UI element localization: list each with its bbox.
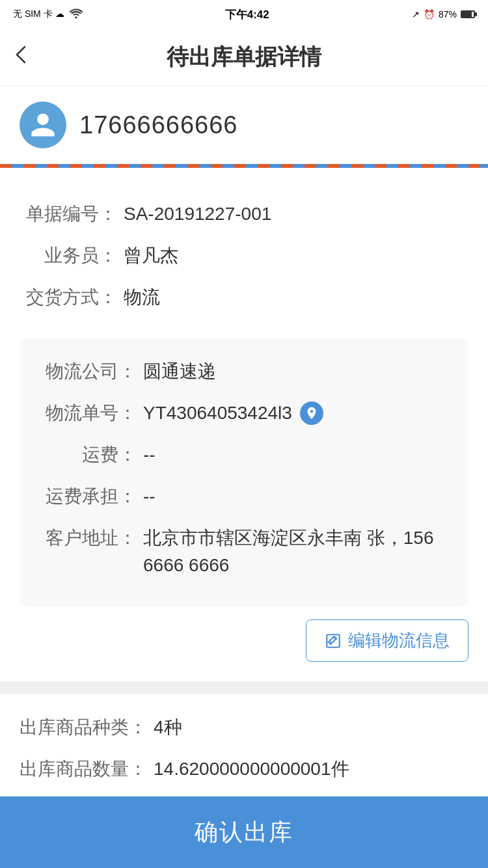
logistics-company-label: 物流公司： xyxy=(39,358,143,385)
goods-types-value: 4种 xyxy=(154,714,468,741)
sales-person-label: 业务员： xyxy=(20,242,124,269)
dashed-separator xyxy=(0,164,488,168)
page-title: 待出库单据详情 xyxy=(167,42,321,72)
customer-header: 17666666666 xyxy=(0,86,488,164)
avatar xyxy=(20,102,66,148)
goods-quantity-label: 出库商品数量： xyxy=(20,755,154,783)
freight-label: 运费： xyxy=(39,441,143,468)
order-no-row: 单据编号： SA-20191227-001 xyxy=(20,200,468,228)
status-right: ↗ ⏰ 87% xyxy=(412,9,475,20)
nav-bar: 待出库单据详情 xyxy=(0,29,488,86)
alarm-icon: ⏰ xyxy=(424,9,435,20)
confirm-bar[interactable]: 确认出库 xyxy=(0,796,488,868)
status-left: 无 SIM 卡 ☁ xyxy=(13,8,83,21)
freight-bear-value: -- xyxy=(143,483,449,510)
freight-row: 运费： -- xyxy=(39,441,449,468)
edit-logistics-button[interactable]: 编辑物流信息 xyxy=(306,619,468,662)
goods-types-label: 出库商品种类： xyxy=(20,714,154,741)
customer-address-row: 客户地址： 北京市市辖区海淀区永丰南 张，156 6666 6666 xyxy=(39,524,449,579)
freight-value: -- xyxy=(143,441,449,468)
goods-types-row: 出库商品种类： 4种 xyxy=(20,714,468,741)
delivery-method-label: 交货方式： xyxy=(20,284,124,311)
goods-section: 出库商品种类： 4种 出库商品数量： 14.620000000000001件 xyxy=(0,694,488,810)
order-no-label: 单据编号： xyxy=(20,200,124,228)
tracking-no-row: 物流单号： YT43064053424l3 xyxy=(39,400,449,427)
freight-bear-row: 运费承担： -- xyxy=(39,483,449,510)
customer-address-label: 客户地址： xyxy=(39,524,143,552)
tracking-no-label: 物流单号： xyxy=(39,400,143,427)
logistics-company-value: 圆通速递 xyxy=(143,358,449,385)
goods-quantity-value: 14.620000000000001件 xyxy=(154,755,468,783)
location-status-icon: ↗ xyxy=(412,9,420,20)
section-divider-1 xyxy=(0,681,488,694)
edit-logistics-btn-container: 编辑物流信息 xyxy=(0,606,488,681)
sim-status: 无 SIM 卡 ☁ xyxy=(13,8,64,20)
battery-icon xyxy=(461,10,475,18)
edit-logistics-label: 编辑物流信息 xyxy=(348,629,450,652)
order-no-value: SA-20191227-001 xyxy=(124,200,468,228)
status-time: 下午4:42 xyxy=(225,7,269,22)
customer-address-value: 北京市市辖区海淀区永丰南 张，156 6666 6666 xyxy=(143,524,449,579)
sales-person-value: 曾凡杰 xyxy=(124,242,468,269)
tracking-no-value: YT43064053424l3 xyxy=(143,400,449,427)
battery-level: 87% xyxy=(439,9,457,20)
back-button[interactable] xyxy=(13,40,39,74)
wifi-icon xyxy=(70,8,83,21)
customer-phone: 17666666666 xyxy=(79,111,237,139)
delivery-method-value: 物流 xyxy=(124,284,468,311)
status-bar: 无 SIM 卡 ☁ 下午4:42 ↗ ⏰ 87% xyxy=(0,0,488,29)
goods-quantity-row: 出库商品数量： 14.620000000000001件 xyxy=(20,755,468,783)
freight-bear-label: 运费承担： xyxy=(39,483,143,510)
sales-person-row: 业务员： 曾凡杰 xyxy=(20,242,468,269)
logistics-card: 物流公司： 圆通速递 物流单号： YT43064053424l3 运费： -- … xyxy=(20,338,468,606)
delivery-method-row: 交货方式： 物流 xyxy=(20,284,468,311)
order-info-section: 单据编号： SA-20191227-001 业务员： 曾凡杰 交货方式： 物流 xyxy=(0,181,488,338)
tracking-location-icon[interactable] xyxy=(300,401,323,425)
confirm-button-label: 确认出库 xyxy=(195,817,293,848)
logistics-company-row: 物流公司： 圆通速递 xyxy=(39,358,449,385)
